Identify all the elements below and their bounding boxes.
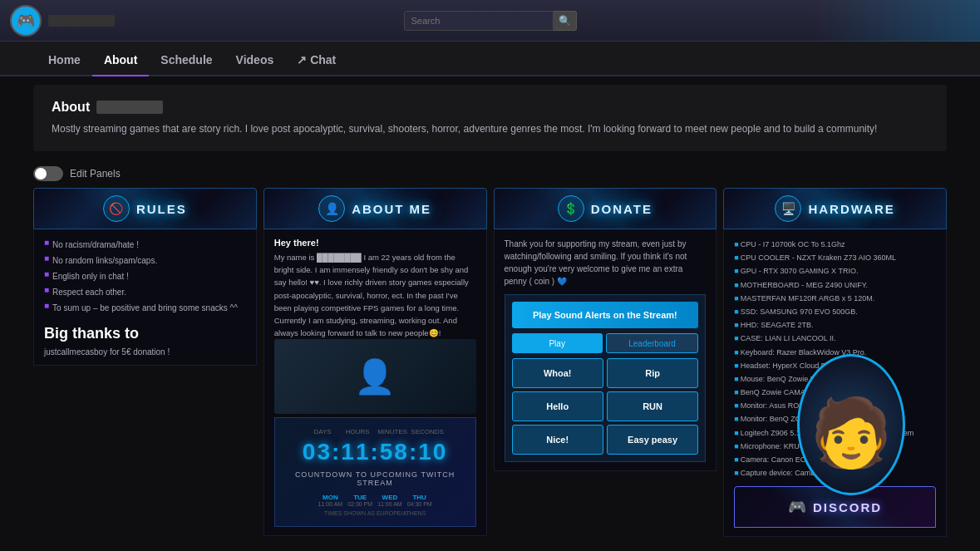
hw-hhd: HHD: SEAGATE 2TB. — [741, 318, 814, 332]
hardware-title: HARDWARE — [808, 202, 894, 216]
sched-tue-time: 02:30 PM — [347, 501, 372, 507]
schedule-row: MON 11:00 AM TUE 02:30 PM WED 11:00 AM — [285, 494, 465, 507]
sound-whoa[interactable]: Whoa! — [512, 358, 603, 388]
top-right-accent — [814, 0, 980, 42]
donate-header: 💲 DONATE — [494, 188, 717, 229]
sound-hello[interactable]: Hello — [512, 391, 603, 421]
donate-icon: 💲 — [558, 195, 584, 222]
about-title: About — [52, 100, 928, 115]
hw-fan: MASTERFAN MF120R ARGB x 5 120M. — [741, 292, 875, 305]
sched-wed-name: WED — [377, 494, 402, 501]
rules-panel: 🚫 RULES ■ No racism/drama/hate ! ■ No ra… — [33, 188, 257, 537]
character-art: 🧑 — [797, 354, 922, 520]
about-me-panel: 👤 ABOUT ME Hey there! My name is ███████… — [263, 188, 487, 537]
rules-body: ■ No racism/drama/hate ! ■ No random lin… — [33, 229, 257, 366]
rule-2: ■ No random links/spam/caps. — [44, 253, 246, 268]
seconds-label: SECONDS — [411, 428, 444, 435]
about-me-text: My name is ████████ I am 22 years old fr… — [274, 251, 476, 339]
sched-tue: TUE 02:30 PM — [347, 494, 372, 507]
sound-grid: Whoa! Rip Hello RUN Nice! Easy peasy — [512, 358, 699, 455]
sched-tue-name: TUE — [347, 494, 372, 501]
minutes-label: MINUTES — [376, 428, 409, 435]
nav-videos[interactable]: Videos — [224, 53, 286, 76]
sched-wed: WED 11:00 AM — [377, 494, 402, 507]
edit-panels-toggle[interactable] — [33, 166, 63, 181]
big-thanks-title: Big thanks to — [44, 325, 246, 342]
sched-mon-name: MON — [318, 494, 343, 501]
about-me-icon: 👤 — [318, 195, 345, 222]
leaderboard-button[interactable]: Leaderboard — [606, 333, 698, 353]
about-me-title: ABOUT ME — [352, 202, 431, 216]
hw-motherboard: MOTHERBOARD - MEG Z490 UNIFY. — [741, 278, 868, 292]
about-name-blur — [96, 101, 163, 114]
nav-home[interactable]: Home — [37, 53, 92, 76]
rule-1-text: No racism/drama/hate ! — [52, 238, 139, 252]
search-input[interactable] — [404, 11, 554, 31]
avatar[interactable]: 🎮 — [10, 5, 42, 37]
hardware-header: 🖥️ HARDWARE — [723, 188, 947, 229]
big-thanks: Big thanks to justcallmecasboy for 5€ do… — [44, 325, 246, 357]
sched-thu-time: 04:30 PM — [407, 501, 432, 507]
hw-cpu: CPU - I7 10700k OC To 5.1Ghz — [741, 238, 845, 251]
nav-schedule[interactable]: Schedule — [149, 53, 224, 76]
donate-panel: 💲 DONATE Thank you for supporting my str… — [494, 188, 717, 537]
sched-thu-name: THU — [407, 494, 432, 501]
rule-5: ■ To sum up – be positive and bring some… — [44, 301, 246, 315]
edit-panels-row: Edit Panels — [0, 160, 980, 188]
rule-1: ■ No racism/drama/hate ! — [44, 238, 246, 252]
play-leaderboard-row: Play Leaderboard — [512, 333, 699, 353]
sched-thu: THU 04:30 PM — [407, 494, 432, 507]
rules-header: 🚫 RULES — [33, 188, 257, 229]
sound-easy-peasy[interactable]: Easy peasy — [607, 425, 698, 455]
sched-wed-time: 11:00 AM — [377, 501, 402, 507]
donate-title: DONATE — [591, 202, 653, 216]
sound-rip[interactable]: Rip — [607, 358, 698, 388]
panels-row: 🚫 RULES ■ No racism/drama/hate ! ■ No ra… — [0, 188, 980, 537]
about-me-body: Hey there! My name is ████████ I am 22 y… — [263, 229, 487, 536]
nav-about[interactable]: About — [92, 53, 149, 76]
rule-4: ■ Respect each other. — [44, 285, 246, 299]
play-sound-button[interactable]: Play Sound Alerts on the Stream! — [512, 302, 699, 328]
sound-alerts-section: Play Sound Alerts on the Stream! Play Le… — [505, 294, 707, 462]
countdown-section: DAYS HOURS MINUTES SECONDS 03:11:58:10 C… — [274, 417, 476, 527]
rule-3: ■ English only in chat ! — [44, 269, 246, 283]
sound-nice[interactable]: Nice! — [512, 425, 603, 455]
rule-3-text: English only in chat ! — [52, 269, 129, 283]
hw-cpu-cooler: CPU COOLER - NZXT Kraken Z73 AIO 360ML — [741, 251, 896, 264]
rule-4-text: Respect each other. — [52, 285, 126, 299]
nav-bar: Home About Schedule Videos ↗ Chat — [0, 42, 980, 76]
schedule-note: TIMES SHOWN AS EUROPE/ATHENS — [285, 510, 465, 516]
countdown-labels: DAYS HOURS MINUTES SECONDS — [285, 428, 465, 435]
discord-title: DISCORD — [813, 500, 882, 514]
rule-2-text: No random links/spam/caps. — [52, 253, 157, 268]
big-thanks-text: justcallmecasboy for 5€ donation ! — [44, 347, 246, 357]
channel-name — [48, 15, 115, 27]
hw-gpu: GPU - RTX 3070 GAMING X TRIO. — [741, 264, 859, 278]
sched-mon-time: 11:00 AM — [318, 501, 343, 507]
about-me-hello: Hey there! — [274, 238, 476, 248]
rule-5-text: To sum up – be positive and bring some s… — [52, 301, 238, 315]
rules-icon: 🚫 — [103, 195, 130, 222]
top-bar: 🎮 🔍 — [0, 0, 980, 42]
main-content: About Mostly streaming games that are st… — [0, 76, 980, 551]
days-label: DAYS — [306, 428, 339, 435]
toggle-knob — [35, 168, 47, 180]
search-bar: 🔍 — [404, 11, 577, 31]
sound-run[interactable]: RUN — [607, 391, 698, 421]
countdown-time: 03:11:58:10 — [285, 439, 465, 465]
nav-chat[interactable]: ↗ Chat — [285, 53, 347, 76]
search-button[interactable]: 🔍 — [554, 11, 577, 31]
hours-label: HOURS — [341, 428, 374, 435]
hw-case: CASE: LIAN LI LANCOOL II. — [741, 332, 836, 345]
about-me-header: 👤 ABOUT ME — [263, 188, 487, 229]
about-description: Mostly streaming games that are story ri… — [52, 121, 928, 136]
rules-title: RULES — [136, 202, 187, 216]
streamer-avatar-panel: 👤 — [274, 339, 476, 414]
hardware-icon: 🖥️ — [775, 195, 801, 222]
countdown-title: COUNTDOWN TO UPCOMING TWITCH STREAM — [285, 470, 465, 487]
play-button[interactable]: Play — [512, 333, 603, 353]
hw-ssd: SSD: SAMSUNG 970 EVO 500GB. — [741, 305, 858, 318]
hardware-panel: 🖥️ HARDWARE ■CPU - I7 10700k OC To 5.1Gh… — [723, 188, 947, 537]
about-section: About Mostly streaming games that are st… — [33, 85, 947, 151]
sched-mon: MON 11:00 AM — [318, 494, 343, 507]
